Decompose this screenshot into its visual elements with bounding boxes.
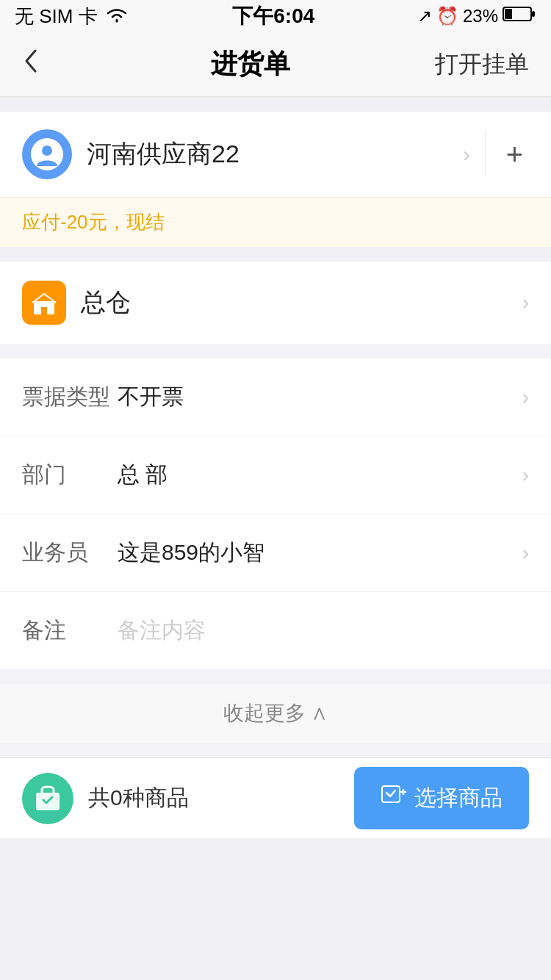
- bill-type-value: 不开票: [118, 382, 522, 412]
- form-section: 票据类型 不开票 › 部门 总 部 › 业务员 这是859的小智 › 备注 备注…: [0, 359, 551, 669]
- bill-type-chevron-icon: ›: [522, 386, 529, 409]
- back-button[interactable]: [22, 46, 66, 82]
- status-bar: 无 SIM 卡 下午6:04 ↗ ⏰ 23%: [0, 0, 551, 32]
- remark-label: 备注: [22, 616, 118, 646]
- warehouse-divider: [0, 247, 551, 262]
- product-count: 共0种商品: [88, 783, 354, 813]
- page-bottom: [0, 838, 551, 980]
- open-pending-button[interactable]: 打开挂单: [435, 48, 529, 81]
- supplier-section: 河南供应商22 › + 应付-20元，现结: [0, 112, 551, 247]
- notice-bar: 应付-20元，现结: [0, 197, 551, 247]
- staff-label: 业务员: [22, 538, 118, 568]
- svg-point-3: [42, 145, 52, 156]
- avatar-icon: [31, 138, 63, 170]
- sim-status: 无 SIM 卡: [15, 4, 98, 29]
- bottom-bar: 共0种商品 选择商品: [0, 757, 551, 838]
- top-divider: [0, 97, 551, 112]
- collapse-button[interactable]: 收起更多 ∧: [0, 684, 551, 743]
- select-product-label: 选择商品: [414, 783, 503, 813]
- supplier-row[interactable]: 河南供应商22 › +: [0, 112, 551, 197]
- warehouse-icon: [22, 281, 66, 325]
- status-right: ↗ ⏰ 23%: [417, 6, 536, 26]
- remark-input[interactable]: 备注内容: [118, 616, 529, 646]
- battery-icon: [503, 6, 536, 26]
- add-supplier-button[interactable]: +: [485, 132, 529, 176]
- select-product-button[interactable]: 选择商品: [354, 767, 529, 829]
- status-left: 无 SIM 卡: [15, 4, 130, 29]
- status-time: 下午6:04: [232, 2, 314, 30]
- supplier-chevron-icon: ›: [463, 142, 470, 167]
- staff-row[interactable]: 业务员 这是859的小智 ›: [0, 514, 551, 592]
- collapse-label: 收起更多 ∧: [223, 699, 328, 727]
- battery-level: 23%: [463, 6, 498, 26]
- remark-row[interactable]: 备注 备注内容: [0, 592, 551, 669]
- nav-bar: 进货单 打开挂单: [0, 32, 551, 97]
- bill-type-row[interactable]: 票据类型 不开票 ›: [0, 359, 551, 436]
- alarm-icon: ⏰: [436, 6, 458, 26]
- notice-text: 应付-20元，现结: [22, 211, 165, 233]
- staff-value: 这是859的小智: [118, 538, 522, 568]
- dept-label: 部门: [22, 460, 118, 490]
- svg-rect-5: [41, 307, 47, 314]
- svg-rect-2: [532, 11, 535, 17]
- page-title: 进货单: [211, 46, 290, 82]
- dept-row[interactable]: 部门 总 部 ›: [0, 436, 551, 514]
- warehouse-row[interactable]: 总仓 ›: [0, 262, 551, 344]
- warehouse-chevron-icon: ›: [522, 291, 529, 314]
- supplier-avatar: [22, 129, 72, 179]
- warehouse-section: 总仓 ›: [0, 262, 551, 344]
- supplier-name: 河南供应商22: [87, 137, 463, 171]
- staff-chevron-icon: ›: [522, 541, 529, 565]
- product-icon: [22, 773, 73, 824]
- select-product-icon: [381, 785, 407, 812]
- dept-value: 总 部: [118, 460, 522, 490]
- wifi-icon: [104, 5, 130, 28]
- warehouse-name: 总仓: [81, 286, 522, 320]
- dept-chevron-icon: ›: [522, 464, 529, 487]
- location-icon: ↗: [417, 6, 432, 26]
- svg-rect-1: [505, 9, 512, 19]
- bill-type-label: 票据类型: [22, 382, 118, 412]
